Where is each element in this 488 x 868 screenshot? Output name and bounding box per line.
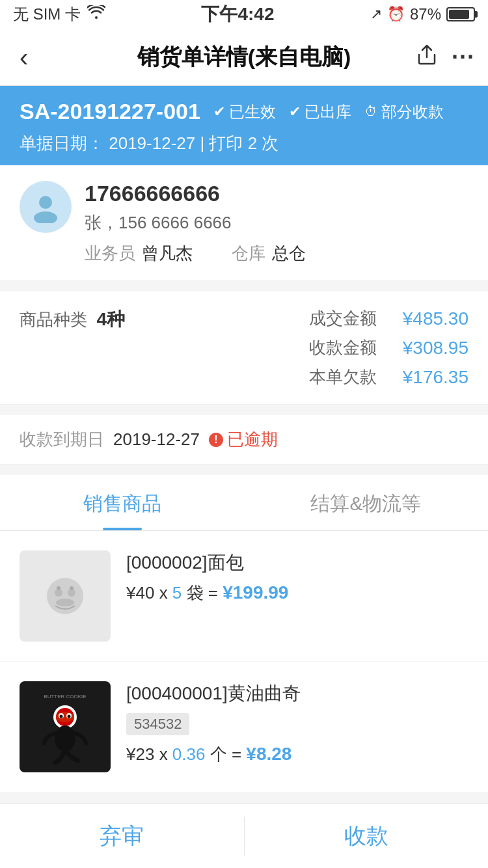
customer-avatar — [20, 181, 72, 233]
overdue-badge: ! 已逾期 — [209, 428, 278, 451]
product-list: [0000002]面包 ¥40 x 5 袋 = ¥199.99 — [0, 531, 488, 793]
product-name-cookie: [000400001]黄油曲奇 — [126, 681, 468, 706]
status-badge-effective: ✔ 已生效 — [213, 102, 276, 122]
sales-name: 曾凡杰 — [142, 242, 193, 265]
svg-text:BUTTER COOKIE: BUTTER COOKIE — [44, 694, 86, 699]
more-button[interactable]: ··· — [452, 44, 475, 71]
product-image-bread — [20, 550, 111, 642]
bottom-bar: 弃审 收款 — [0, 803, 488, 868]
product-qty-cookie: 0.36 — [172, 744, 206, 764]
financial-stats: 成交金额 ¥485.30 收款金额 ¥308.95 本单欠款 ¥176.35 — [309, 307, 468, 388]
product-item: [0000002]面包 ¥40 x 5 袋 = ¥199.99 — [0, 531, 488, 662]
nav-actions: ··· — [415, 43, 475, 72]
overdue-date: 2019-12-27 — [113, 429, 200, 450]
carrier-label: 无 SIM 卡 — [13, 4, 81, 25]
svg-point-6 — [57, 586, 61, 590]
customer-name-phone: 张，156 6666 6666 — [85, 211, 468, 234]
customer-meta: 业务员 曾凡杰 仓库 总仓 — [85, 242, 468, 265]
product-image-cookie: BUTTER COOKIE — [20, 681, 111, 772]
status-bar: 无 SIM 卡 下午4:42 ↗ ⏰ 87% — [0, 0, 488, 29]
product-qty-bread: 5 — [172, 583, 182, 603]
received-row: 收款金额 ¥308.95 — [309, 336, 468, 359]
collect-button[interactable]: 收款 — [245, 808, 489, 864]
order-date-info: 单据日期： 2019-12-27 | 打印 2 次 — [20, 132, 468, 155]
warehouse-info: 仓库 总仓 — [232, 242, 306, 265]
customer-info: 17666666666 张，156 6666 6666 业务员 曾凡杰 仓库 总… — [85, 181, 468, 265]
svg-point-1 — [34, 211, 57, 223]
status-right: ↗ ⏰ 87% — [370, 5, 475, 23]
overdue-dot-icon: ! — [209, 433, 223, 447]
svg-point-15 — [68, 715, 71, 718]
warehouse-name: 总仓 — [272, 242, 306, 265]
product-total-cookie: ¥8.28 — [246, 744, 291, 764]
battery-icon — [446, 7, 475, 21]
product-details-bread: [0000002]面包 ¥40 x 5 袋 = ¥199.99 — [126, 550, 468, 604]
product-type-count: 4种 — [96, 309, 125, 329]
amount-value: ¥485.30 — [403, 308, 468, 329]
product-item: BUTTER COOKIE [000400001]黄油曲奇 534532 ¥23… — [0, 662, 488, 793]
tab-settlement[interactable]: 结算&物流等 — [244, 475, 488, 530]
nav-bar: ‹ 销货单详情(来自电脑) ··· — [0, 29, 488, 86]
customer-section: 17666666666 张，156 6666 6666 业务员 曾凡杰 仓库 总… — [0, 165, 488, 281]
back-button[interactable]: ‹ — [13, 38, 34, 77]
svg-point-11 — [56, 712, 74, 722]
svg-point-7 — [70, 586, 74, 590]
overdue-label: 收款到期日 — [20, 428, 104, 451]
tabs-section: 销售商品 结算&物流等 — [0, 475, 488, 531]
wifi-icon — [87, 5, 105, 23]
status-badge-shipped: ✔ 已出库 — [289, 102, 351, 122]
sales-info: 业务员 曾凡杰 — [85, 242, 193, 265]
product-tag-cookie: 534532 — [126, 713, 189, 735]
svg-point-5 — [56, 599, 74, 606]
debt-value: ¥176.35 — [403, 367, 468, 388]
product-total-bread: ¥199.99 — [223, 582, 288, 603]
received-value: ¥308.95 — [403, 338, 468, 359]
order-header-banner: SA-20191227-001 ✔ 已生效 ✔ 已出库 ⏱ 部分收款 单据日期：… — [0, 86, 488, 165]
svg-point-0 — [39, 196, 52, 209]
overdue-section: 收款到期日 2019-12-27 ! 已逾期 — [0, 415, 488, 465]
alarm-icon: ⏰ — [387, 6, 405, 23]
product-price-cookie: ¥23 x 0.36 个 = ¥8.28 — [126, 743, 468, 766]
page-title: 销货单详情(来自电脑) — [137, 42, 351, 72]
status-badge-partial: ⏱ 部分收款 — [364, 102, 444, 122]
product-details-cookie: [000400001]黄油曲奇 534532 ¥23 x 0.36 个 = ¥8… — [126, 681, 468, 766]
share-button[interactable] — [415, 43, 439, 72]
amount-row: 成交金额 ¥485.30 — [309, 307, 468, 330]
product-type-info: 商品种类 4种 — [20, 307, 125, 332]
time-label: 下午4:42 — [201, 2, 274, 27]
product-price-bread: ¥40 x 5 袋 = ¥199.99 — [126, 582, 468, 604]
status-left: 无 SIM 卡 — [13, 4, 105, 25]
stats-section: 商品种类 4种 成交金额 ¥485.30 收款金额 ¥308.95 本单欠款 ¥… — [0, 292, 488, 405]
reject-button[interactable]: 弃审 — [0, 808, 244, 864]
location-icon: ↗ — [370, 6, 382, 23]
tab-sales-products[interactable]: 销售商品 — [0, 475, 244, 530]
svg-point-14 — [60, 715, 63, 718]
debt-row: 本单欠款 ¥176.35 — [309, 366, 468, 388]
battery-label: 87% — [410, 5, 441, 23]
product-name-bread: [0000002]面包 — [126, 550, 468, 575]
customer-id: 17666666666 — [85, 181, 468, 206]
order-id: SA-20191227-001 — [20, 99, 200, 124]
